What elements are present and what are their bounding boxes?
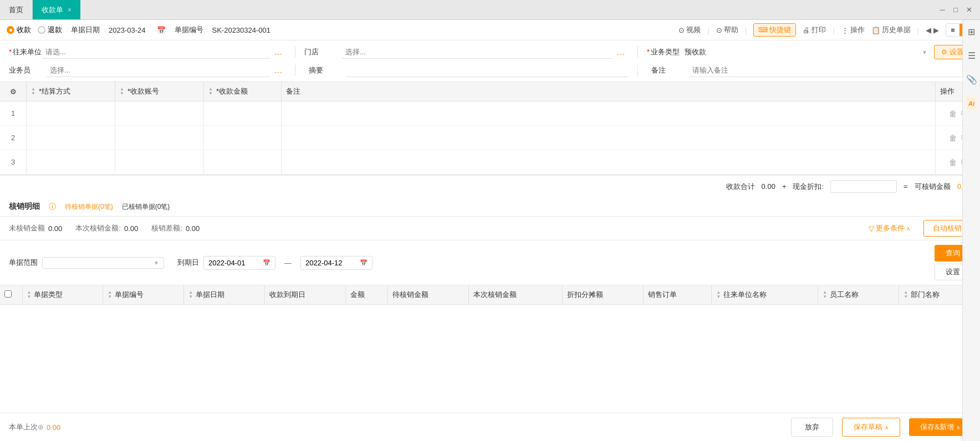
shortcut-button[interactable]: ⌨ 快捷键: [753, 23, 796, 37]
row-1-amount[interactable]: [204, 101, 282, 125]
business-type-chevron[interactable]: ▼: [922, 49, 927, 55]
radio-refund[interactable]: 退款: [38, 25, 62, 35]
row-2-amount[interactable]: [204, 126, 282, 150]
calendar-icon[interactable]: 📅: [157, 26, 166, 34]
minimize-button[interactable]: ─: [938, 6, 947, 14]
counterpart-more-icon[interactable]: …: [270, 47, 286, 57]
row-1-settlement[interactable]: [27, 101, 115, 125]
prev-arrow[interactable]: ◀: [926, 26, 931, 34]
store-input[interactable]: [342, 45, 613, 59]
sidebar-list-icon[interactable]: ☰: [966, 48, 978, 63]
history-action[interactable]: 📋 历史单据: [871, 25, 911, 35]
th-staff: ▲▼ 员工名称: [818, 285, 899, 305]
row-1-account[interactable]: [115, 101, 204, 125]
range-label: 单据范围: [9, 258, 38, 268]
sidebar-clip-icon[interactable]: 📎: [964, 72, 979, 87]
operations-action[interactable]: ⋮ 操作: [841, 25, 865, 35]
sort-arrows-account: ▲▼: [120, 87, 124, 96]
store-more-icon[interactable]: …: [613, 47, 629, 57]
tab-home-label: 首页: [9, 5, 23, 15]
unverified-value: 0.00: [48, 224, 62, 233]
delete-icon-3[interactable]: 🗑: [949, 158, 957, 167]
calendar-from-icon[interactable]: 📅: [263, 259, 270, 266]
discount-label: 现金折扣:: [793, 182, 824, 192]
row-2-settlement[interactable]: [27, 126, 115, 150]
save-draft-arrow: ∧: [885, 424, 889, 430]
radio-receive[interactable]: 收款: [7, 25, 31, 35]
print-label: 打印: [811, 25, 826, 35]
counterpart-input[interactable]: [42, 45, 270, 59]
row-2-remark[interactable]: [282, 126, 936, 150]
nav-arrows: ◀ ▶: [926, 26, 939, 34]
total-value: 0.00: [762, 182, 775, 191]
th-discount: 折扣分摊额: [563, 285, 644, 305]
auto-verify-label: 自动核销: [933, 224, 962, 232]
range-filter-group: 单据范围 ▼: [9, 257, 164, 269]
save-new-label: 保存&新增: [920, 422, 954, 432]
divider-2: [637, 47, 638, 58]
toolbar-actions: ⊙ 视频 | ⊙ 帮助 | ⌨ 快捷键 🖨 打印 | ⋮ 操作: [678, 23, 973, 37]
sidebar-ai-icon[interactable]: Ai: [966, 96, 977, 110]
bottom-bar: 本单上次⊙ 0.00 放弃 保存草稿 ∧ 保存&新增 ∧: [0, 413, 980, 441]
store-field-group: 门店 …: [304, 45, 629, 59]
due-date-filter-group: 到期日 2022-04-01 📅 — 2022-04-12 📅: [177, 256, 372, 270]
staff-label: 业务员: [9, 65, 42, 75]
range-select[interactable]: ▼: [42, 257, 164, 269]
shortcut-label: 快捷键: [769, 25, 791, 35]
th-current-verify: 本次核销金额: [469, 285, 563, 305]
row-3-remark[interactable]: [282, 150, 936, 174]
remarks-input[interactable]: [689, 64, 971, 77]
done-tab[interactable]: 已核销单据(0笔): [122, 202, 170, 212]
maximize-button[interactable]: □: [951, 6, 960, 14]
th-account-label: *收款账号: [127, 86, 159, 96]
select-all-checkbox[interactable]: [4, 290, 12, 298]
verify-section: 核销明细 ⓘ 待核销单据(0笔) 已核销单据(0笔) 未核销金额 0.00 本次…: [0, 197, 980, 413]
video-label: 视频: [686, 25, 701, 35]
row-3-settlement[interactable]: [27, 150, 115, 174]
staff-more-icon[interactable]: …: [270, 65, 286, 75]
tab-home[interactable]: 首页: [0, 0, 33, 19]
more-conditions-button[interactable]: ▽ 更多条件 ∧: [869, 223, 910, 233]
save-draft-button[interactable]: 保存草稿 ∧: [842, 418, 900, 437]
unverified-stat: 未核销金额 0.00: [9, 223, 62, 233]
layout-list-button[interactable]: ≡: [946, 24, 959, 36]
video-action[interactable]: ⊙ 视频: [678, 25, 701, 35]
tab-close-icon[interactable]: ×: [68, 6, 72, 14]
date-to-input[interactable]: 2022-04-12 📅: [300, 256, 372, 270]
row-1-remark[interactable]: [282, 101, 936, 125]
sidebar-table-icon[interactable]: ⊞: [966, 24, 977, 39]
remarks-label: 备注: [651, 65, 685, 75]
tab-current[interactable]: 收款单 ×: [33, 0, 80, 19]
save-new-arrow: ∧: [956, 424, 960, 430]
close-button[interactable]: ✕: [964, 6, 973, 14]
date-from-value: 2022-04-01: [208, 259, 246, 267]
bottom-info: 本单上次⊙ 0.00: [9, 422, 60, 432]
main-container: 收款 退款 单据日期 2023-03-24 📅 单据编号 SK-20230324…: [0, 20, 980, 441]
row-3-account[interactable]: [115, 150, 204, 174]
th-counterpart: ▲▼ 往来单位名称: [712, 285, 818, 305]
print-action[interactable]: 🖨 打印: [803, 25, 826, 35]
row-2-account[interactable]: [115, 126, 204, 150]
next-arrow[interactable]: ▶: [933, 26, 939, 34]
staff-input[interactable]: [47, 64, 270, 77]
store-label: 门店: [304, 47, 338, 57]
delete-icon-2[interactable]: 🗑: [949, 134, 957, 142]
abandon-button[interactable]: 放弃: [791, 418, 833, 437]
diff-label: 核销差额:: [151, 223, 182, 233]
data-table-head: ▲▼ 单据类型 ▲▼ 单据编号 ▲▼: [0, 285, 980, 305]
data-table-wrapper: ▲▼ 单据类型 ▲▼ 单据编号 ▲▼: [0, 285, 980, 305]
verify-info-icon[interactable]: ⓘ: [49, 202, 56, 212]
th-settings[interactable]: ⚙: [0, 82, 27, 101]
pending-tab[interactable]: 待核销单据(0笔): [65, 202, 113, 212]
equals-sign: =: [904, 182, 908, 191]
row-3-amount[interactable]: [204, 150, 282, 174]
help-action[interactable]: ⊙ 帮助: [716, 25, 738, 35]
delete-icon-1[interactable]: 🗑: [949, 109, 957, 118]
date-from-input[interactable]: 2022-04-01 📅: [203, 256, 275, 270]
calendar-to-icon[interactable]: 📅: [360, 259, 368, 266]
summary-input[interactable]: [346, 64, 629, 77]
summary-field-group: 摘要: [304, 64, 629, 77]
discount-input[interactable]: [830, 180, 897, 193]
save-draft-label: 保存草稿: [854, 422, 882, 432]
operations-label: 操作: [850, 25, 865, 35]
